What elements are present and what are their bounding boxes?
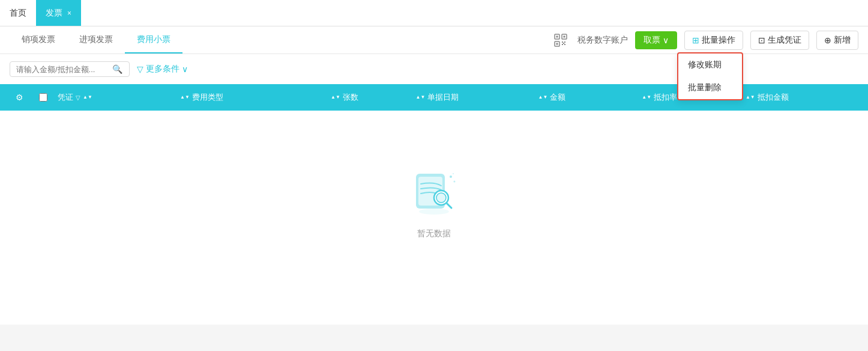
th-rate-label: 抵扣率	[654, 92, 677, 103]
qr-button[interactable]	[551, 31, 570, 50]
rate-sort[interactable]: ▲▼	[642, 95, 651, 100]
tab-sales[interactable]: 销项发票	[10, 26, 67, 53]
expense-type-sort[interactable]: ▲▼	[180, 95, 190, 100]
modify-period-item[interactable]: 修改账期	[678, 53, 742, 76]
deduct-amount-sort[interactable]: ▲▼	[746, 95, 755, 100]
svg-point-11	[419, 209, 449, 215]
tax-account-button[interactable]: 税务数字账户	[577, 35, 628, 46]
get-ticket-label: 取票	[643, 35, 660, 46]
more-filter-button[interactable]: ▽ 更多条件 ∨	[137, 64, 188, 75]
count-sort[interactable]: ▲▼	[331, 95, 340, 100]
th-date-label: 单据日期	[427, 92, 459, 103]
svg-rect-3	[556, 35, 558, 37]
batch-op-label: 批量操作	[702, 35, 735, 46]
generate-voucher-label: 生成凭证	[768, 35, 801, 46]
content-area: ⚙ 凭证 ▽ ▲▼ ▲▼ 费用类型 ▲▼ 张数 ▲▼ 单据日期 ▲▼ 金额 ▲▼…	[0, 84, 868, 325]
tab-input[interactable]: 进项发票	[67, 26, 125, 53]
tab-expense[interactable]: 费用小票	[125, 26, 182, 53]
generate-voucher-button[interactable]: ⊡ 生成凭证	[750, 31, 809, 50]
th-amount-label: 金额	[550, 92, 565, 103]
svg-rect-10	[563, 43, 564, 44]
batch-op-button[interactable]: ⊞ 批量操作	[684, 31, 743, 50]
th-count-label: 张数	[343, 92, 358, 103]
add-label: 新增	[834, 35, 851, 46]
sub-nav-actions: 税务数字账户 取票 ∨ ⊞ 批量操作 修改账期 批量删除 ⊡ 生成凭证 ⊕ 新增	[551, 31, 858, 50]
add-icon: ⊕	[824, 35, 831, 45]
svg-rect-6	[562, 41, 563, 43]
filter-arrow: ∨	[182, 64, 188, 74]
voucher-sort[interactable]: ▲▼	[83, 95, 92, 100]
home-tab[interactable]: 首页	[0, 0, 36, 26]
top-nav: 首页 发票 ×	[0, 0, 868, 26]
get-ticket-button[interactable]: 取票 ∨	[635, 31, 677, 49]
th-deduct-amount-label: 抵扣金额	[758, 92, 789, 103]
get-ticket-arrow: ∨	[663, 35, 669, 45]
sub-nav: 销项发票 进项发票 费用小票 税务数字账户 取票 ∨	[0, 26, 868, 54]
search-input[interactable]	[16, 65, 112, 74]
th-amount: ▲▼ 金额	[534, 92, 637, 103]
svg-point-17	[450, 176, 452, 178]
th-expense-type-label: 费用类型	[192, 92, 223, 103]
empty-text: 暂无数据	[417, 228, 451, 239]
svg-rect-8	[562, 44, 563, 45]
select-all-checkbox[interactable]	[39, 93, 47, 102]
search-icon[interactable]: 🔍	[112, 64, 122, 74]
invoice-tab-close[interactable]: ×	[67, 9, 71, 17]
batch-delete-item[interactable]: 批量删除	[678, 76, 742, 99]
settings-icon[interactable]: ⚙	[16, 93, 23, 102]
svg-rect-4	[564, 35, 565, 37]
empty-illustration	[404, 159, 464, 219]
svg-rect-5	[556, 43, 558, 44]
more-filter-label: 更多条件	[146, 64, 179, 75]
svg-point-19	[453, 173, 454, 174]
svg-point-15	[436, 193, 446, 203]
empty-state: 暂无数据	[0, 111, 868, 263]
date-sort[interactable]: ▲▼	[415, 95, 425, 100]
svg-line-16	[447, 203, 451, 208]
amount-sort[interactable]: ▲▼	[538, 95, 548, 100]
invoice-tab[interactable]: 发票 ×	[36, 0, 81, 26]
svg-rect-9	[564, 44, 565, 45]
sub-nav-tabs: 销项发票 进项发票 费用小票	[10, 26, 182, 53]
th-deduct-amount: ▲▼ 抵扣金额	[741, 92, 863, 103]
add-button[interactable]: ⊕ 新增	[816, 31, 858, 50]
batch-dropdown-menu: 修改账期 批量删除	[677, 52, 743, 100]
batch-icon: ⊞	[692, 35, 699, 45]
th-date: ▲▼ 单据日期	[411, 92, 533, 103]
svg-point-18	[454, 181, 456, 183]
th-expense-type: ▲▼ 费用类型	[175, 92, 326, 103]
th-checkbox[interactable]	[34, 93, 53, 102]
svg-rect-7	[564, 41, 565, 43]
batch-op-wrapper: ⊞ 批量操作 修改账期 批量删除	[684, 31, 743, 50]
th-settings[interactable]: ⚙	[5, 93, 34, 102]
generate-icon: ⊡	[758, 35, 765, 45]
filter-icon: ▽	[137, 64, 143, 74]
search-input-wrapper[interactable]: 🔍	[10, 61, 130, 77]
th-count: ▲▼ 张数	[326, 92, 411, 103]
th-voucher-label: 凭证	[58, 92, 73, 103]
th-voucher-icon: ▽	[76, 94, 80, 101]
th-voucher: 凭证 ▽ ▲▼	[53, 92, 175, 103]
invoice-tab-label: 发票	[46, 8, 62, 19]
